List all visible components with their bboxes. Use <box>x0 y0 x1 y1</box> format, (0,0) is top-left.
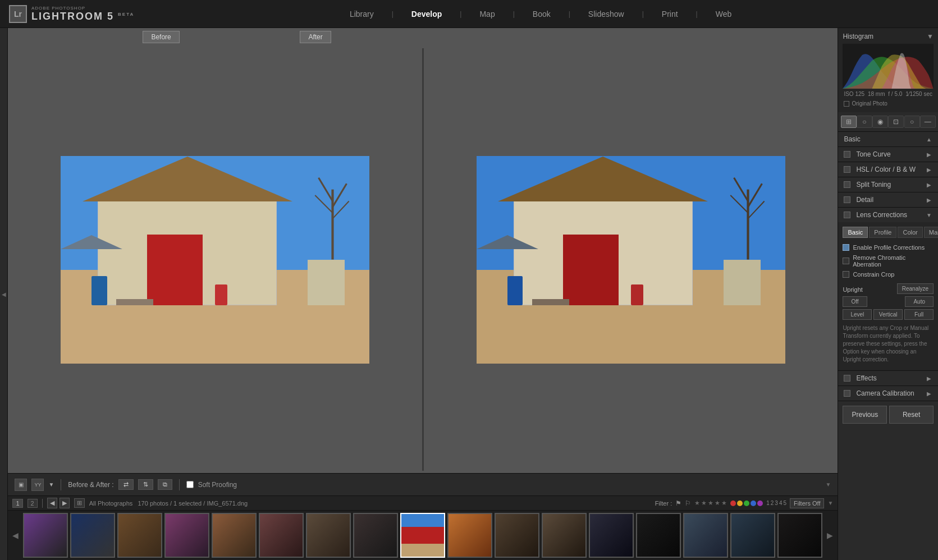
film-thumb-2[interactable] <box>70 513 115 558</box>
reanalyze-button[interactable]: Reanalyze <box>897 283 934 294</box>
filters-off-btn[interactable]: Filters Off <box>790 498 824 508</box>
detail-section-header[interactable]: Detail ▶ <box>838 192 938 207</box>
effects-section-header[interactable]: Effects ▶ <box>838 371 938 385</box>
split-toning-enable[interactable] <box>844 181 850 188</box>
film-thumb-16[interactable] <box>730 513 775 558</box>
adjustment-tool-icon[interactable]: — <box>920 116 936 128</box>
filmstrip-scroll-right[interactable]: ▶ <box>827 531 833 540</box>
previous-button[interactable]: Previous <box>843 406 887 424</box>
film-thumb-3[interactable] <box>117 513 162 558</box>
film-thumb-10[interactable] <box>447 513 492 558</box>
reset-button[interactable]: Reset <box>889 406 934 424</box>
nav-slideshow[interactable]: Slideshow <box>584 7 629 21</box>
lens-tab-basic[interactable]: Basic <box>843 227 868 238</box>
blue-filter[interactable] <box>751 501 756 506</box>
film-thumb-1[interactable] <box>23 513 68 558</box>
split-toning-label: Split Toning <box>856 181 891 189</box>
camera-cal-enable[interactable] <box>844 390 850 397</box>
soft-proofing-checkbox[interactable] <box>186 481 194 488</box>
enable-profile-checkbox[interactable] <box>843 244 849 251</box>
basic-section-header[interactable]: Basic ▲ <box>838 132 938 146</box>
page-2-btn[interactable]: 2 <box>28 499 38 508</box>
aperture-value: f / 5.0 <box>888 91 902 97</box>
crop-tool-icon[interactable]: ○ <box>857 116 872 128</box>
histogram-dropdown[interactable]: ▼ <box>927 33 934 40</box>
after-pane <box>426 48 836 471</box>
tone-curve-enable[interactable] <box>844 151 850 158</box>
yellow-filter[interactable] <box>737 501 743 506</box>
film-thumb-5[interactable] <box>212 513 257 558</box>
lens-tab-manual[interactable]: Manual <box>924 227 938 238</box>
filmstrip-scroll-left[interactable]: ◀ <box>12 531 19 540</box>
film-thumb-7[interactable] <box>306 513 351 558</box>
heal-tool-icon[interactable]: ◉ <box>872 116 888 128</box>
page-1-btn[interactable]: 1 <box>12 499 22 508</box>
film-thumb-17[interactable] <box>777 513 822 558</box>
lens-tab-profile[interactable]: Profile <box>869 227 896 238</box>
before-label-button[interactable]: Before <box>143 31 179 43</box>
basic-toggle-icon: ▲ <box>926 136 932 143</box>
detail-enable[interactable] <box>844 196 850 203</box>
lens-corrections-header[interactable]: Lens Corrections ▼ <box>838 208 938 222</box>
image-view <box>8 46 838 473</box>
copy-before-button[interactable]: ⇅ <box>138 479 153 490</box>
nav-web[interactable]: Web <box>711 7 736 21</box>
nav-book[interactable]: Book <box>528 7 555 21</box>
red-filter[interactable] <box>730 501 736 506</box>
film-thumb-11[interactable] <box>495 513 539 558</box>
upright-vertical-btn[interactable]: Vertical <box>873 309 903 320</box>
remove-ca-checkbox[interactable] <box>843 258 849 264</box>
film-thumb-12[interactable] <box>542 513 587 558</box>
film-thumb-6[interactable] <box>259 513 304 558</box>
green-filter[interactable] <box>744 501 749 506</box>
nav-print[interactable]: Print <box>657 7 683 21</box>
tool-icons-row: ⊞ ○ ◉ ⊡ ○ — <box>838 112 938 132</box>
swap-before-button[interactable]: ⇄ <box>118 479 134 490</box>
film-thumb-4[interactable] <box>164 513 209 558</box>
before-after-icon[interactable]: YY <box>31 479 44 491</box>
constrain-crop-checkbox[interactable] <box>843 271 849 278</box>
grid-tool-icon[interactable]: ⊞ <box>841 116 857 128</box>
purple-filter[interactable] <box>757 501 763 506</box>
original-photo-checkbox[interactable] <box>844 101 849 107</box>
upright-level-btn[interactable]: Level <box>843 309 872 320</box>
filmstrip-header: 1 2 ◀ ▶ ⊞ All Photographs 170 photos / 1… <box>8 496 838 511</box>
flag-icon-2[interactable]: ⚐ <box>685 499 691 507</box>
lens-tab-color[interactable]: Color <box>898 227 922 238</box>
nav-library[interactable]: Library <box>345 7 378 21</box>
camera-cal-toggle-icon: ▶ <box>926 390 932 397</box>
filmstrip-next-btn[interactable]: ▶ <box>60 498 70 508</box>
flag-icon[interactable]: ⚑ <box>675 499 681 507</box>
tone-curve-header[interactable]: Tone Curve ▶ <box>838 147 938 162</box>
nav-links: Library | Develop | Map | Book | Slidesh… <box>143 7 938 21</box>
film-thumb-13[interactable] <box>589 513 634 558</box>
filmstrip-prev-btn[interactable]: ◀ <box>47 498 57 508</box>
nav-map[interactable]: Map <box>475 7 499 21</box>
hsl-enable[interactable] <box>844 166 850 173</box>
detail-label: Detail <box>856 196 873 204</box>
left-panel-toggle[interactable]: ◀ <box>0 28 8 560</box>
view-mode-icon[interactable]: ▣ <box>15 479 27 491</box>
star-filter[interactable]: ★★★★★ <box>694 499 727 507</box>
grid-view-icon[interactable]: ⊞ <box>74 498 85 508</box>
gradfilter-tool-icon[interactable]: ○ <box>904 116 920 128</box>
center-area: Before After <box>8 28 838 560</box>
film-thumb-8[interactable] <box>353 513 398 558</box>
film-thumb-selected[interactable] <box>400 513 445 558</box>
split-toning-header[interactable]: Split Toning ▶ <box>838 177 938 192</box>
after-label-button[interactable]: After <box>300 31 331 43</box>
effects-enable[interactable] <box>844 375 850 382</box>
filter-dropdown-btn[interactable]: ▼ <box>827 500 833 506</box>
film-thumb-15[interactable] <box>683 513 728 558</box>
film-thumb-14[interactable] <box>636 513 681 558</box>
redeye-tool-icon[interactable]: ⊡ <box>888 116 904 128</box>
camera-calibration-header[interactable]: Camera Calibration ▶ <box>838 386 938 401</box>
hsl-section-header[interactable]: HSL / Color / B & W ▶ <box>838 162 938 177</box>
lens-enable[interactable] <box>844 212 850 218</box>
upright-off-btn[interactable]: Off <box>843 296 867 307</box>
nav-develop[interactable]: Develop <box>407 7 446 21</box>
upright-auto-btn[interactable]: Auto <box>905 296 934 307</box>
view-toggle-button[interactable]: ⧉ <box>158 479 172 490</box>
upright-full-btn[interactable]: Full <box>904 309 934 320</box>
toolbar-sep-1 <box>61 479 61 490</box>
